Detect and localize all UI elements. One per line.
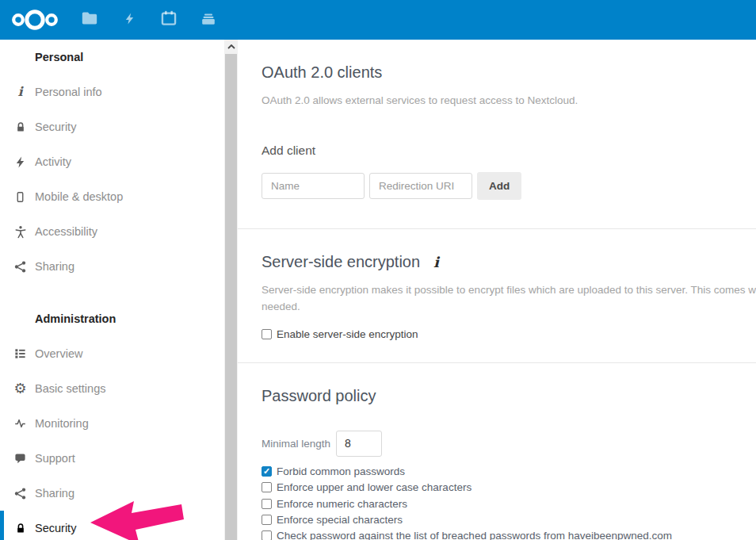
lightning-icon (124, 12, 136, 29)
policy-checkbox[interactable] (262, 466, 272, 477)
add-client-button[interactable]: Add (477, 172, 521, 200)
chevron-up-icon (227, 44, 235, 49)
password-policy-section: Password policy Minimal length Forbid co… (238, 363, 756, 540)
enable-encryption-row: Enable server-side encryption (262, 328, 756, 340)
enable-encryption-label: Enable server-side encryption (277, 328, 418, 340)
scroll-up-button[interactable] (224, 40, 238, 53)
app-button-calendar[interactable] (149, 0, 189, 40)
redirection-uri-input[interactable] (369, 173, 472, 199)
policy-checkbox[interactable] (262, 530, 272, 540)
sidebar-item-sharing[interactable]: Sharing (0, 476, 238, 511)
accessibility-icon (13, 225, 27, 239)
scrollbar-thumb[interactable] (225, 54, 237, 540)
policy-checkbox[interactable] (262, 515, 272, 525)
policy-option-enforce-special-characters: Enforce special characters (262, 511, 756, 527)
monitoring-icon (13, 417, 27, 431)
support-icon (13, 452, 27, 465)
personal-section: Personal i Personal info Security Activi… (0, 40, 238, 284)
folder-icon (81, 10, 98, 30)
policy-checkbox[interactable] (262, 482, 272, 492)
encryption-section: Server-side encryption i Server-side enc… (238, 229, 756, 363)
encryption-description: Server-side encryption makes it possible… (262, 281, 756, 316)
personal-items: i Personal info Security Activity Mobile… (0, 75, 238, 284)
mobile-icon (13, 190, 27, 204)
personal-section-title: Personal (0, 40, 238, 75)
policy-option-forbid-common-passwords: Forbid common passwords (262, 464, 756, 480)
share-icon (13, 487, 27, 500)
gear-icon: ⚙ (13, 382, 27, 396)
app-button-activity[interactable] (109, 0, 149, 40)
oauth-section: OAuth 2.0 clients OAuth 2.0 allows exter… (238, 40, 756, 229)
sidebar-item-support[interactable]: Support (0, 441, 238, 476)
share-icon (13, 260, 27, 274)
password-policy-title: Password policy (262, 387, 756, 405)
deck-icon (200, 10, 217, 30)
encryption-title: Server-side encryption i (262, 253, 756, 271)
enable-encryption-checkbox[interactable] (262, 329, 272, 339)
policy-option-enforce-upper-and-lower-case-characters: Enforce upper and lower case characters (262, 480, 756, 496)
client-name-input[interactable] (262, 173, 365, 199)
app-navigation (70, 0, 228, 40)
policy-option-enforce-numeric-characters: Enforce numeric characters (262, 496, 756, 511)
administration-items: Overview ⚙ Basic settings Monitoring Sup… (0, 336, 238, 540)
policy-checkbox[interactable] (262, 499, 272, 509)
calendar-icon (160, 10, 178, 30)
lock-icon (13, 522, 27, 535)
password-policy-options: Forbid common passwords Enforce upper an… (262, 464, 756, 540)
oauth-description: OAuth 2.0 allows external services to re… (262, 92, 756, 109)
minimal-length-row: Minimal length (262, 431, 756, 457)
nextcloud-logo[interactable] (10, 6, 63, 33)
overview-icon (13, 347, 27, 361)
sidebar-scrollbar[interactable] (224, 40, 238, 540)
sidebar-item-sharing[interactable]: Sharing (0, 249, 238, 284)
lightning-icon (13, 155, 27, 169)
sidebar-item-personal-info[interactable]: i Personal info (0, 75, 238, 109)
sidebar-item-security[interactable]: Security (0, 511, 238, 540)
app-button-deck[interactable] (189, 0, 228, 40)
policy-option-check-password-against-the-list-of-breached-passwords-from-haveibeenpwned-com: Check password against the list of breac… (262, 528, 756, 540)
administration-section: Administration Overview ⚙ Basic settings… (0, 301, 238, 540)
sidebar-item-accessibility[interactable]: Accessibility (0, 214, 238, 249)
app-button-files[interactable] (70, 0, 109, 40)
settings-sidebar: Personal i Personal info Security Activi… (0, 40, 238, 540)
add-client-label: Add client (262, 143, 756, 159)
sidebar-item-overview[interactable]: Overview (0, 336, 238, 371)
info-icon[interactable]: i (433, 253, 439, 271)
sidebar-item-mobile-desktop[interactable]: Mobile & desktop (0, 179, 238, 214)
sidebar-item-basic-settings[interactable]: ⚙ Basic settings (0, 371, 238, 406)
sidebar-item-monitoring[interactable]: Monitoring (0, 406, 238, 441)
sidebar-item-activity[interactable]: Activity (0, 144, 238, 179)
minimal-length-input[interactable] (336, 431, 382, 457)
oauth-title: OAuth 2.0 clients (262, 63, 756, 82)
administration-section-title: Administration (0, 301, 238, 336)
minimal-length-label: Minimal length (262, 438, 330, 450)
top-header-bar (0, 0, 756, 40)
info-icon: i (13, 86, 27, 99)
sidebar-item-security[interactable]: Security (0, 109, 238, 144)
settings-content: OAuth 2.0 clients OAuth 2.0 allows exter… (238, 40, 756, 540)
lock-icon (13, 121, 27, 134)
add-client-form: Add (262, 172, 756, 200)
